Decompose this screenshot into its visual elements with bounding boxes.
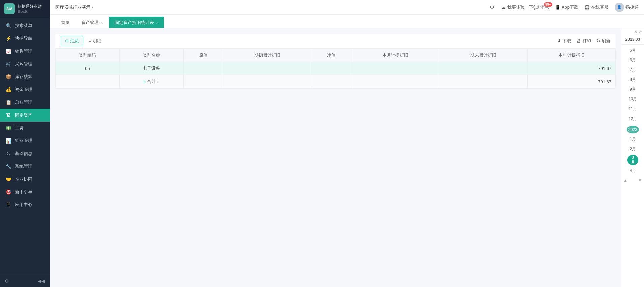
col-code: 类别编码 <box>56 49 120 62</box>
nav-label-payroll: 工资 <box>15 125 24 131</box>
company-name: 医疗器械行业演示 <box>55 4 90 10</box>
date-panel-expand-icon[interactable]: ⤢ <box>639 30 642 34</box>
month-item[interactable]: 1月 <box>621 134 644 144</box>
tab-depreciation-table[interactable]: 固定资产折旧统计表 × <box>109 17 164 28</box>
cell-closing-acc <box>439 62 527 75</box>
print-icon: 🖨 <box>577 38 581 43</box>
footer-collapse-icon[interactable]: ◀◀ <box>38 278 45 284</box>
cell-monthly <box>351 62 439 75</box>
username-label: 畅捷通 <box>625 4 639 10</box>
sidebar-item-quick_nav[interactable]: ⚡ 快捷导航 <box>0 32 50 45</box>
nav-list: 🔍 搜索菜单 ⚡ 快捷导航 📈 销售管理 🛒 采购管理 📦 库存核算 💰 资金管… <box>0 18 50 275</box>
search-icon: 🔍 <box>5 23 11 29</box>
cell-opening-acc <box>223 62 311 75</box>
sidebar-item-app_center[interactable]: 📱 应用中心 <box>0 198 50 211</box>
inventory-icon: 📦 <box>5 74 11 80</box>
sub-tabs-right: ⬇ 下载 🖨 打印 ↻ 刷新 <box>557 38 610 44</box>
sidebar-item-capital[interactable]: 💰 资金管理 <box>0 83 50 96</box>
sub-tab-detail[interactable]: ≡ 明细 <box>85 36 105 46</box>
sub-tabs-bar: ⊙ 汇总 ≡ 明细 ⬇ 下载 � <box>55 34 616 49</box>
quick_nav-icon: ⚡ <box>5 35 11 41</box>
total-annual: 791.67 <box>527 75 615 88</box>
table-row: 05 电子设备 791.67 <box>56 62 616 75</box>
col-closing-acc: 期末累计折旧 <box>439 49 527 62</box>
purchase-icon: 🛒 <box>5 61 11 67</box>
print-btn[interactable]: 🖨 打印 <box>577 38 591 44</box>
month-item[interactable]: 4月 <box>621 166 644 176</box>
tab-asset-mgmt[interactable]: 资产管理 × <box>75 17 109 28</box>
footer-settings-icon[interactable]: ⚙ <box>5 278 9 284</box>
message-icon: 💬 <box>533 5 539 10</box>
total-label-cell: ⊞ 合计： <box>119 75 183 88</box>
month-item[interactable]: 3月 <box>627 155 638 165</box>
month-item[interactable]: 10月 <box>621 94 644 104</box>
tab-depreciation-close-icon[interactable]: × <box>156 20 158 25</box>
tab-home[interactable]: 首页 <box>55 17 75 28</box>
curr-year-section: 20231月2月3月4月 <box>621 124 644 177</box>
cell-code: 05 <box>56 62 120 75</box>
operations-icon: 📊 <box>5 138 11 144</box>
sidebar-item-system[interactable]: 🔧 系统管理 <box>0 160 50 173</box>
refresh-btn[interactable]: ↻ 刷新 <box>596 38 610 44</box>
logo-title: 畅捷通好业财 <box>18 4 42 9</box>
tab-asset-mgmt-close-icon[interactable]: × <box>101 20 103 25</box>
panel-prev-icon[interactable]: ▲ <box>623 178 627 183</box>
sidebar-item-search[interactable]: 🔍 搜索菜单 <box>0 19 50 32</box>
col-annual: 本年计提折旧 <box>527 49 615 62</box>
app_center-icon: 📱 <box>5 202 11 208</box>
sidebar-item-sales[interactable]: 📈 销售管理 <box>0 45 50 58</box>
total-net <box>311 75 351 88</box>
cell-annual: 791.67 <box>527 62 615 75</box>
corp_collab-icon: 🤝 <box>5 176 11 182</box>
sidebar-item-corp_collab[interactable]: 🤝 企业协同 <box>0 173 50 186</box>
sub-tab-summary-label: 汇总 <box>70 38 79 44</box>
month-item[interactable]: 5月 <box>621 45 644 55</box>
month-item[interactable]: 11月 <box>621 104 644 114</box>
year-label-2023[interactable]: 2023 <box>627 126 639 134</box>
topbar-settings-icon[interactable]: ⚙ <box>490 4 494 10</box>
company-selector[interactable]: 医疗器械行业演示 ▾ <box>55 4 487 10</box>
col-original: 原值 <box>183 49 223 62</box>
total-original <box>183 75 223 88</box>
col-name: 类别名称 <box>119 49 183 62</box>
refresh-icon: ↻ <box>596 38 600 43</box>
total-opening-acc <box>223 75 311 88</box>
tab-asset-mgmt-label: 资产管理 <box>81 20 99 26</box>
online-service-btn[interactable]: 🎧 在线客服 <box>584 4 609 10</box>
total-closing-acc <box>439 75 527 88</box>
sidebar-item-inventory[interactable]: 📦 库存核算 <box>0 70 50 83</box>
sidebar-item-ledger[interactable]: 📋 总账管理 <box>0 96 50 109</box>
panel-next-icon[interactable]: ▼ <box>638 178 642 183</box>
month-item[interactable]: 8月 <box>621 75 644 85</box>
sidebar-item-purchase[interactable]: 🛒 采购管理 <box>0 58 50 70</box>
total-label-text: 合计： <box>147 78 160 85</box>
experience-btn[interactable]: ☁ 我要体验一下 <box>501 4 533 10</box>
month-item[interactable]: 7月 <box>621 65 644 75</box>
message-btn[interactable]: 💬 消息 99+ <box>533 4 549 10</box>
app-download-label: App下载 <box>562 4 578 10</box>
cloud-icon: ☁ <box>501 5 506 10</box>
date-panel-close-icon[interactable]: ✕ <box>634 30 637 34</box>
logo-area: AtA 畅捷通好业财 普及版 <box>0 0 50 18</box>
sidebar-item-operations[interactable]: 📊 经营管理 <box>0 134 50 147</box>
month-item[interactable]: 9月 <box>621 85 644 94</box>
nav-label-inventory: 库存核算 <box>15 74 32 80</box>
download-btn[interactable]: ⬇ 下载 <box>557 38 571 44</box>
system-icon: 🔧 <box>5 163 11 169</box>
date-panel: ✕ ⤢ 2023.03 5月6月7月8月9月10月11月12月 20231月2月… <box>621 28 644 287</box>
user-profile-btn[interactable]: 👤 畅捷通 <box>615 3 639 12</box>
current-period: 2023.03 <box>625 37 640 42</box>
total-monthly <box>351 75 439 88</box>
app-download-btn[interactable]: 📱 App下载 <box>555 4 578 10</box>
month-item[interactable]: 2月 <box>621 144 644 154</box>
sidebar-item-payroll[interactable]: 💵 工资 <box>0 122 50 134</box>
nav-label-quick_nav: 快捷导航 <box>15 35 32 41</box>
main-card: ⊙ 汇总 ≡ 明细 ⬇ 下载 � <box>55 34 616 88</box>
month-item[interactable]: 6月 <box>621 55 644 65</box>
sidebar-item-fixed_assets[interactable]: 🏗 固定资产 <box>0 109 50 122</box>
total-icon: ⊞ <box>143 79 146 84</box>
sub-tab-summary[interactable]: ⊙ 汇总 <box>61 36 83 46</box>
month-item[interactable]: 12月 <box>621 114 644 124</box>
sidebar-item-beginner[interactable]: 🎯 新手引导 <box>0 186 50 198</box>
sidebar-item-basic_info[interactable]: 🗂 基础信息 <box>0 147 50 160</box>
